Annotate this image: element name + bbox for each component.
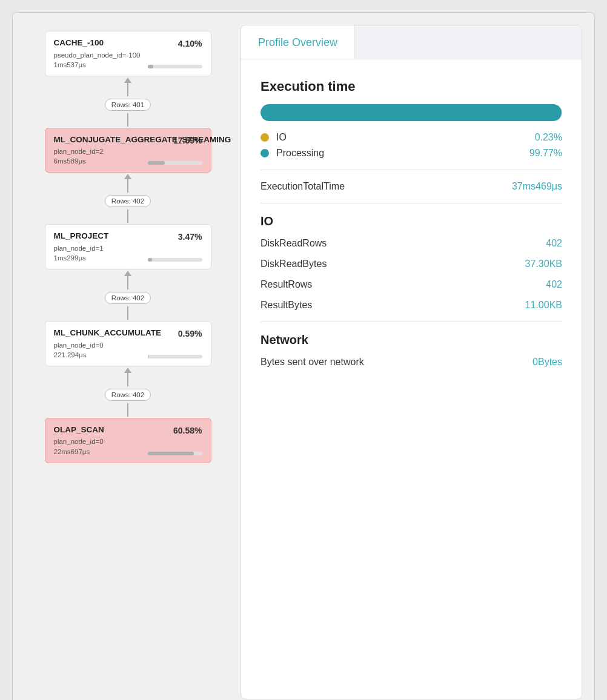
legend-processing: Processing 99.77% — [260, 148, 562, 159]
node-olap-scan[interactable]: OLAP_SCAN plan_node_id=0 22ms697μs 60.58… — [45, 418, 211, 463]
arrow-head-1 — [124, 78, 131, 83]
arrow-line-1 — [127, 83, 128, 96]
node-ml-conjugate[interactable]: ML_CONJUGATE_AGGREGATE_STREAMING plan_no… — [45, 128, 211, 173]
rows-badge-1: Rows: 401 — [105, 99, 151, 111]
rows-badge-3: Rows: 402 — [105, 292, 151, 304]
processing-value: 99.77% — [529, 148, 562, 159]
node-ml-conjugate-percent: 17.59% — [173, 136, 202, 145]
node-ml-project-bar — [148, 258, 202, 262]
arrow-line-3 — [127, 276, 128, 289]
arrow-line-2 — [127, 179, 128, 193]
network-section-title: Network — [260, 333, 562, 347]
processing-label: Processing — [276, 148, 529, 159]
arrow-line-3b — [127, 306, 128, 320]
right-panel: Profile Overview Execution time IO 0.23%… — [240, 25, 582, 699]
metric-result-bytes: ResultBytes 11.00KB — [260, 300, 562, 311]
total-time-value: 37ms469μs — [512, 181, 562, 192]
result-bytes-value: 11.00KB — [525, 300, 562, 311]
divider-1 — [260, 170, 562, 170]
node-olap-scan-percent: 60.58% — [173, 426, 202, 435]
execution-title: Execution time — [260, 79, 562, 94]
exec-bar-processing — [260, 104, 562, 121]
node-cache[interactable]: CACHE_-100 pseudo_plan_node_id=-100 1ms5… — [45, 31, 211, 76]
tab-inactive[interactable] — [354, 25, 582, 59]
io-section-title: IO — [260, 214, 562, 228]
disk-read-rows-value: 402 — [546, 238, 562, 249]
rows-badge-4: Rows: 402 — [105, 389, 151, 401]
node-ml-chunk[interactable]: ML_CHUNK_ACCUMULATE plan_node_id=0 221.2… — [45, 321, 211, 366]
metric-disk-read-bytes: DiskReadBytes 37.30KB — [260, 259, 562, 269]
processing-dot — [260, 149, 269, 157]
left-panel: CACHE_-100 pseudo_plan_node_id=-100 1ms5… — [25, 25, 231, 699]
main-container: CACHE_-100 pseudo_plan_node_id=-100 1ms5… — [12, 12, 595, 700]
result-bytes-label: ResultBytes — [260, 300, 525, 311]
node-ml-chunk-percent: 0.59% — [178, 329, 202, 338]
node-ml-chunk-bar — [148, 355, 202, 358]
node-olap-scan-bar — [148, 452, 202, 455]
arrow-3: Rows: 402 — [105, 271, 151, 320]
divider-3 — [260, 322, 562, 322]
metric-result-rows: ResultRows 402 — [260, 279, 562, 290]
arrow-line-4 — [127, 373, 128, 386]
tabs-header: Profile Overview — [241, 25, 582, 59]
tab-profile-overview[interactable]: Profile Overview — [241, 25, 354, 59]
disk-read-rows-label: DiskReadRows — [260, 238, 546, 249]
divider-2 — [260, 203, 562, 203]
right-content: Execution time IO 0.23% Processing 99.77… — [241, 59, 582, 699]
bytes-network-value: 0Bytes — [532, 357, 562, 368]
disk-read-bytes-label: DiskReadBytes — [260, 259, 525, 269]
io-value: 0.23% — [535, 132, 562, 143]
arrow-line-4b — [127, 403, 128, 417]
arrow-line-1b — [127, 113, 128, 127]
execution-bar — [260, 104, 562, 121]
rows-badge-2: Rows: 402 — [105, 195, 151, 207]
result-rows-label: ResultRows — [260, 279, 546, 290]
legend-io: IO 0.23% — [260, 132, 562, 143]
arrow-head-4 — [124, 368, 131, 373]
total-time-row: ExecutionTotalTime 37ms469μs — [260, 181, 562, 192]
arrow-4: Rows: 402 — [105, 368, 151, 417]
total-time-label: ExecutionTotalTime — [260, 181, 512, 192]
metric-disk-read-rows: DiskReadRows 402 — [260, 238, 562, 249]
result-rows-value: 402 — [546, 279, 562, 290]
io-dot — [260, 133, 269, 142]
arrow-head-2 — [124, 174, 131, 179]
arrow-2: Rows: 402 — [105, 174, 151, 223]
arrow-head-3 — [124, 271, 131, 276]
arrow-line-2b — [127, 210, 128, 223]
metric-bytes-network: Bytes sent over network 0Bytes — [260, 357, 562, 368]
node-ml-project[interactable]: ML_PROJECT plan_node_id=1 1ms299μs 3.47% — [45, 224, 211, 269]
node-ml-conjugate-bar — [148, 161, 202, 165]
bytes-network-label: Bytes sent over network — [260, 357, 532, 368]
node-ml-project-percent: 3.47% — [178, 232, 202, 242]
node-cache-percent: 4.10% — [178, 39, 202, 48]
disk-read-bytes-value: 37.30KB — [525, 259, 562, 269]
arrow-1: Rows: 401 — [105, 78, 151, 127]
io-label: IO — [276, 132, 535, 143]
node-cache-bar — [148, 65, 202, 68]
